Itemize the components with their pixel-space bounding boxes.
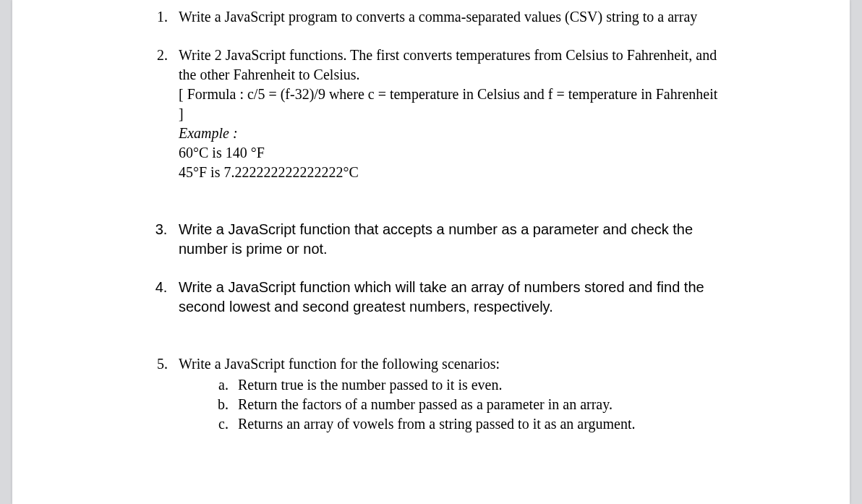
question-5: Write a JavaScript function for the foll…: [171, 354, 720, 434]
question-5a: Return true is the number passed to it i…: [232, 375, 720, 395]
question-4-text: Write a JavaScript function which will t…: [179, 279, 704, 315]
document-page: Write a JavaScript program to converts a…: [12, 0, 850, 504]
question-4: Write a JavaScript function which will t…: [171, 278, 720, 317]
question-5c: Returns an array of vowels from a string…: [232, 414, 720, 434]
question-2-example-label: Example :: [179, 125, 238, 141]
question-3-text: Write a JavaScript function that accepts…: [179, 221, 693, 257]
question-5-intro: Write a JavaScript function for the foll…: [179, 356, 500, 372]
question-2-formula: [ Formula : c/5 = (f-32)/9 where c = tem…: [179, 86, 717, 121]
question-2-example1: 60°C is 140 °F: [179, 145, 265, 161]
question-list: Write a JavaScript program to converts a…: [142, 7, 720, 434]
question-1: Write a JavaScript program to converts a…: [171, 7, 720, 27]
question-5b-text: Return the factors of a number passed as…: [238, 396, 613, 412]
question-2: Write 2 JavaScript functions. The first …: [171, 46, 720, 182]
question-5a-text: Return true is the number passed to it i…: [238, 377, 502, 393]
question-5b: Return the factors of a number passed as…: [232, 395, 720, 414]
question-5c-text: Returns an array of vowels from a string…: [238, 416, 636, 432]
question-2-line1: Write 2 JavaScript functions. The first …: [179, 47, 717, 82]
question-1-text: Write a JavaScript program to converts a…: [179, 9, 697, 25]
question-3: Write a JavaScript function that accepts…: [171, 220, 720, 259]
question-2-example2: 45°F is 7.222222222222222°C: [179, 164, 359, 180]
question-5-sublist: Return true is the number passed to it i…: [179, 375, 720, 434]
